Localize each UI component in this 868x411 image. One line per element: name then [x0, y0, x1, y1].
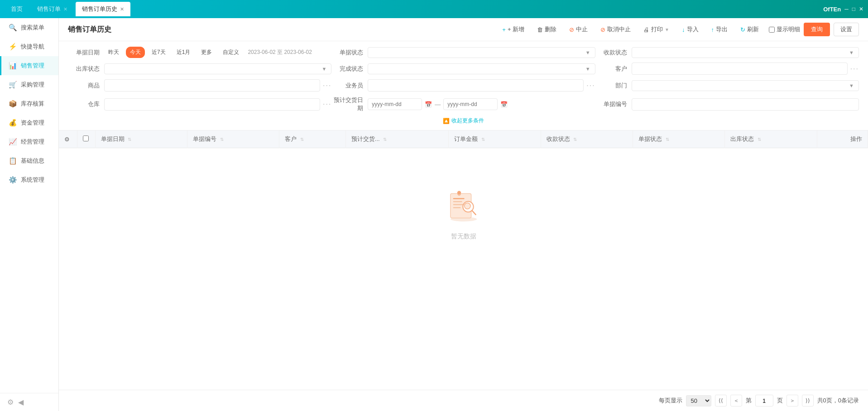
- column-settings-icon[interactable]: ⚙: [64, 136, 70, 143]
- page-size-select[interactable]: 50 10 20 100: [686, 395, 711, 406]
- new-button[interactable]: + + 新增: [498, 23, 529, 36]
- expected-date-end[interactable]: [443, 98, 498, 110]
- query-button[interactable]: 查询: [804, 23, 830, 36]
- sort-expected-icon[interactable]: ⇅: [383, 137, 387, 142]
- th-doc-no: 单据编号 ⇅: [187, 131, 279, 148]
- sidebar-item-inventory[interactable]: 📦 库存核算: [0, 94, 58, 113]
- tab-sales-order[interactable]: 销售订单 ✕: [31, 2, 74, 16]
- sidebar-item-search-menu[interactable]: 🔍 搜索菜单: [0, 18, 58, 37]
- select-all-checkbox[interactable]: [83, 135, 89, 141]
- show-detail-input[interactable]: [769, 27, 775, 33]
- svg-rect-5: [453, 207, 460, 208]
- customer-input[interactable]: [632, 63, 848, 75]
- sidebar-item-quick-nav[interactable]: ⚡ 快捷导航: [0, 37, 58, 56]
- next-page-button[interactable]: ＞: [786, 395, 798, 406]
- last-page-button[interactable]: ⟩⟩: [802, 395, 814, 406]
- sort-doc-status-icon[interactable]: ⇅: [666, 137, 669, 142]
- sidebar-settings-icon[interactable]: ⚙: [7, 398, 14, 406]
- sidebar-item-basic-info[interactable]: 📋 基础信息: [0, 151, 58, 170]
- sort-doc-date-icon[interactable]: ⇅: [128, 137, 131, 142]
- sort-out-status-icon[interactable]: ⇅: [758, 137, 761, 142]
- export-icon: ↑: [711, 26, 715, 33]
- current-page-input[interactable]: [755, 395, 773, 406]
- collapse-link[interactable]: 🔼 收起更多条件: [68, 117, 859, 125]
- page-header: 销售订单历史 + + 新增 🗑 删除 ⊘ 中止 ⊘ 取消中止: [59, 18, 868, 41]
- print-label: 打印: [651, 25, 663, 34]
- doc-status-select[interactable]: ▼: [368, 47, 595, 58]
- salesperson-input[interactable]: [368, 79, 584, 92]
- sort-receipt-icon[interactable]: ⇅: [573, 137, 577, 142]
- doc-no-input[interactable]: [632, 98, 859, 111]
- salesperson-control: ···: [368, 79, 595, 92]
- date-btn-custom[interactable]: 自定义: [219, 47, 243, 58]
- cancel-stop-icon: ⊘: [600, 26, 605, 33]
- tab-sales-order-history-close[interactable]: ✕: [120, 6, 124, 12]
- complete-status-select[interactable]: ▼: [368, 63, 595, 74]
- filter-area: 单据日期 昨天 今天 近7天 近1月 更多 自定义 2023-06-02 至 2…: [59, 41, 868, 131]
- sort-doc-no-icon[interactable]: ⇅: [220, 137, 224, 142]
- tab-sales-order-history-label: 销售订单历史: [82, 5, 117, 13]
- cancel-stop-button[interactable]: ⊘ 取消中止: [596, 23, 635, 36]
- window-close-icon[interactable]: ✕: [859, 6, 863, 12]
- sidebar-item-operation[interactable]: 📈 经营管理: [0, 132, 58, 151]
- sort-customer-icon[interactable]: ⇅: [300, 137, 304, 142]
- salesperson-dots[interactable]: ···: [586, 82, 595, 90]
- complete-status-arrow-icon: ▼: [585, 66, 590, 72]
- refresh-button[interactable]: ↻ 刷新: [736, 23, 763, 36]
- receipt-status-select[interactable]: ▼: [632, 47, 859, 58]
- window-minimize-icon[interactable]: ─: [844, 6, 849, 12]
- settings-button[interactable]: 设置: [834, 23, 859, 36]
- warehouse-input[interactable]: [104, 98, 320, 111]
- show-detail-label: 显示明细: [777, 25, 800, 34]
- date-btn-more[interactable]: 更多: [197, 47, 216, 58]
- show-detail-checkbox[interactable]: 显示明细: [769, 25, 800, 34]
- tab-sales-order-history[interactable]: 销售订单历史 ✕: [76, 2, 130, 16]
- date-btn-today[interactable]: 今天: [126, 47, 145, 58]
- date-btn-7days[interactable]: 近7天: [148, 47, 170, 58]
- print-button[interactable]: 🖨 打印 ▼: [639, 23, 674, 36]
- product-input[interactable]: [104, 79, 320, 92]
- sidebar-collapse-icon[interactable]: ◀: [18, 398, 24, 406]
- prev-page-button[interactable]: ＜: [730, 395, 742, 406]
- import-button[interactable]: ↓ 导入: [677, 23, 703, 36]
- receipt-status-control: ▼: [632, 47, 859, 58]
- tab-home[interactable]: 首页: [5, 2, 29, 16]
- warehouse-dots[interactable]: ···: [323, 100, 331, 108]
- calendar-start-icon[interactable]: 📅: [425, 101, 432, 108]
- date-btn-1month[interactable]: 近1月: [173, 47, 195, 58]
- product-dots[interactable]: ···: [323, 82, 331, 90]
- customer-dots[interactable]: ···: [850, 65, 859, 73]
- pagination-bar: 每页显示 50 10 20 100 ⟨⟨ ＜ 第 页 ＞ ⟩⟩ 共0页，0条记录: [59, 390, 868, 411]
- svg-rect-2: [453, 198, 464, 199]
- brand-label: OfTEn: [823, 6, 841, 13]
- window-maximize-icon[interactable]: □: [852, 6, 855, 12]
- sidebar-item-finance[interactable]: 💰 资金管理: [0, 113, 58, 132]
- new-label: + 新增: [508, 25, 524, 34]
- first-page-button[interactable]: ⟨⟨: [715, 395, 727, 406]
- new-icon: +: [502, 26, 506, 33]
- sidebar-item-search-menu-label: 搜索菜单: [21, 24, 44, 32]
- sidebar-item-purchase-mgmt[interactable]: 🛒 采购管理: [0, 75, 58, 94]
- delete-label: 删除: [545, 25, 556, 34]
- stop-icon: ⊘: [569, 26, 574, 33]
- sort-amount-icon[interactable]: ⇅: [481, 137, 485, 142]
- date-separator: —: [435, 101, 441, 108]
- empty-text: 暂无数据: [451, 232, 476, 241]
- out-status-control: ▼: [104, 63, 331, 74]
- export-button[interactable]: ↑ 导出: [707, 23, 733, 36]
- table-area: ⚙ 单据日期 ⇅ 单据编号 ⇅: [59, 131, 868, 390]
- dept-select[interactable]: ▼: [632, 80, 859, 91]
- sidebar-item-sys-mgmt[interactable]: ⚙️ 系统管理: [0, 170, 58, 189]
- out-status-select[interactable]: ▼: [104, 63, 331, 74]
- receipt-status-arrow-icon: ▼: [849, 50, 854, 55]
- stop-button[interactable]: ⊘ 中止: [565, 23, 592, 36]
- svg-line-8: [472, 211, 475, 215]
- expected-date-start[interactable]: [368, 98, 422, 110]
- empty-illustration: [441, 184, 486, 225]
- expected-date-control: 📅 — 📅: [368, 98, 595, 110]
- delete-button[interactable]: 🗑 删除: [532, 23, 561, 36]
- tab-sales-order-close[interactable]: ✕: [63, 6, 67, 12]
- calendar-end-icon[interactable]: 📅: [500, 101, 508, 108]
- sidebar-item-sales-mgmt[interactable]: 📊 销售管理: [0, 56, 58, 75]
- date-btn-yesterday[interactable]: 昨天: [104, 47, 123, 58]
